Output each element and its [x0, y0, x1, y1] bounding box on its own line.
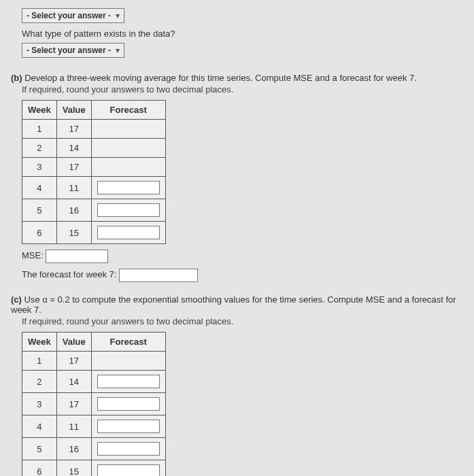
- col-value: Value: [56, 333, 91, 352]
- part-b-text: Develop a three-week moving average for …: [24, 73, 417, 83]
- forecast-c-w3[interactable]: [97, 397, 160, 411]
- select-answer-1-label: - Select your answer -: [27, 11, 111, 20]
- table-header-row: Week Value Forecast: [22, 101, 166, 120]
- forecast-c-w4[interactable]: [97, 420, 160, 433]
- table-row: 214: [22, 371, 166, 393]
- chevron-down-icon: ▾: [116, 11, 120, 20]
- part-b: (b) Develop a three-week moving average …: [11, 73, 464, 83]
- forecast7-label: The forecast for week 7:: [22, 269, 116, 279]
- forecast-b-w6[interactable]: [97, 226, 160, 239]
- mse-b-input[interactable]: [46, 250, 108, 263]
- select-answer-2[interactable]: - Select your answer - ▾: [22, 43, 124, 58]
- select-answer-1[interactable]: - Select your answer - ▾: [22, 8, 124, 23]
- table-c: Week Value Forecast 117 214 317 411 516 …: [22, 332, 166, 476]
- forecast-b-w5[interactable]: [97, 203, 160, 217]
- part-b-label: (b): [11, 73, 22, 83]
- table-row: 411: [22, 177, 166, 199]
- part-c-text: Use α = 0.2 to compute the exponential s…: [11, 294, 456, 315]
- table-row: 117: [22, 120, 166, 139]
- mse-label: MSE:: [22, 250, 44, 260]
- table-b: Week Value Forecast 117 214 317 411 516 …: [22, 100, 166, 244]
- col-week: Week: [22, 101, 57, 120]
- table-row: 214: [22, 139, 166, 158]
- forecast7-b-input[interactable]: [119, 269, 198, 282]
- col-forecast: Forecast: [91, 333, 165, 352]
- col-forecast: Forecast: [91, 101, 165, 120]
- mse-b-row: MSE:: [22, 250, 464, 263]
- col-value: Value: [56, 101, 91, 120]
- table-row: 516: [22, 199, 166, 222]
- col-week: Week: [22, 333, 57, 352]
- forecast-b-w4[interactable]: [97, 181, 160, 194]
- table-row: 117: [22, 352, 166, 371]
- table-row: 317: [22, 158, 166, 177]
- table-row: 615: [22, 222, 166, 244]
- table-header-row: Week Value Forecast: [22, 333, 166, 352]
- select-answer-2-label: - Select your answer -: [27, 46, 111, 55]
- forecast-c-w6[interactable]: [97, 464, 160, 476]
- table-row: 615: [22, 460, 166, 477]
- table-row: 516: [22, 438, 166, 460]
- question-pattern-text: What type of pattern exists in the data?: [22, 29, 464, 39]
- table-row: 317: [22, 393, 166, 415]
- part-c-sub: If required, round your answers to two d…: [22, 316, 464, 326]
- forecast-c-w5[interactable]: [97, 442, 160, 456]
- forecast7-b-row: The forecast for week 7:: [22, 269, 464, 282]
- chevron-down-icon: ▾: [116, 46, 120, 55]
- forecast-c-w2[interactable]: [97, 375, 160, 388]
- part-c: (c) Use α = 0.2 to compute the exponenti…: [11, 294, 464, 315]
- part-b-sub: If required, round your answers to two d…: [22, 84, 464, 95]
- part-c-label: (c): [11, 294, 22, 305]
- table-row: 411: [22, 415, 166, 438]
